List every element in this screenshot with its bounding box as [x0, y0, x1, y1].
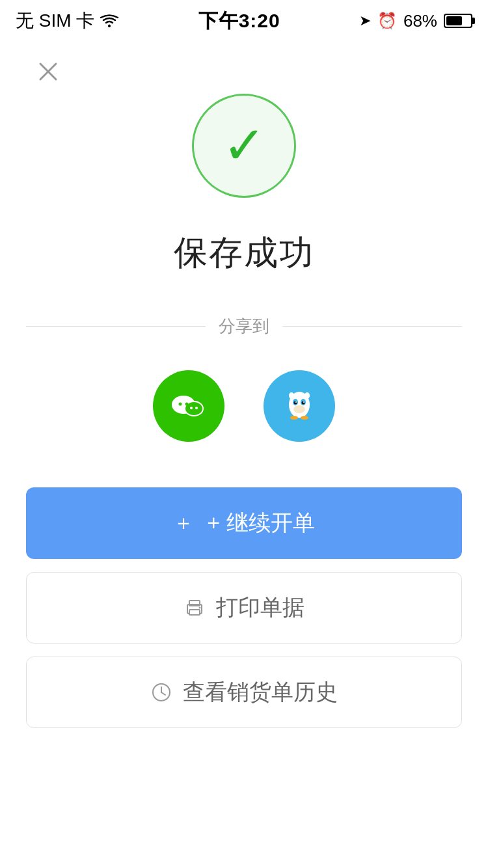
continue-button[interactable]: ＋ + 继续开单: [26, 487, 462, 559]
svg-point-15: [303, 401, 305, 403]
wechat-logo-icon: [169, 387, 208, 426]
plus-icon: ＋: [173, 509, 194, 537]
status-bar: 无 SIM 卡 下午3:20 ➤ ⏰ 68%: [0, 0, 488, 42]
share-wechat-button[interactable]: [153, 370, 224, 442]
svg-rect-24: [189, 610, 200, 615]
success-icon-circle: ✓: [192, 94, 296, 198]
check-icon: ✓: [223, 120, 266, 172]
divider-left: [26, 326, 206, 327]
share-label: 分享到: [219, 315, 269, 338]
svg-point-25: [199, 607, 201, 609]
svg-point-19: [293, 405, 305, 413]
battery-icon: [444, 14, 472, 28]
clock-icon: [150, 681, 172, 703]
share-section: 分享到: [0, 315, 488, 442]
wifi-icon: [100, 14, 119, 28]
status-carrier: 无 SIM 卡: [16, 8, 119, 33]
svg-point-7: [190, 407, 193, 409]
status-time: 下午3:20: [198, 8, 280, 34]
svg-point-14: [295, 401, 297, 403]
history-button[interactable]: 查看销货单历史: [26, 657, 462, 728]
action-buttons: ＋ + 继续开单 打印单据: [0, 487, 488, 728]
status-right: ➤ ⏰ 68%: [359, 11, 472, 31]
svg-point-6: [185, 403, 189, 406]
close-button[interactable]: [29, 52, 68, 91]
svg-point-12: [294, 401, 297, 405]
svg-point-0: [108, 25, 111, 27]
qq-logo-icon: [280, 387, 319, 426]
location-icon: ➤: [359, 12, 371, 29]
svg-line-28: [161, 692, 165, 695]
printer-icon: [183, 597, 206, 619]
battery-percent: 68%: [403, 11, 437, 31]
print-label: 打印单据: [216, 593, 305, 623]
svg-point-17: [289, 392, 294, 399]
svg-point-5: [179, 403, 182, 406]
history-label: 查看销货单历史: [183, 677, 338, 707]
svg-point-20: [290, 416, 298, 420]
svg-point-8: [195, 407, 198, 409]
share-divider: 分享到: [26, 315, 462, 338]
share-icons-row: [26, 370, 462, 442]
print-button[interactable]: 打印单据: [26, 572, 462, 644]
svg-point-18: [305, 392, 310, 399]
main-content: ✓ 保存成功 分享到: [0, 42, 488, 728]
success-title: 保存成功: [174, 230, 314, 276]
divider-right: [282, 326, 462, 327]
share-qq-button[interactable]: [264, 370, 335, 442]
svg-point-13: [302, 401, 305, 405]
continue-label: + 继续开单: [207, 508, 314, 538]
alarm-icon: ⏰: [377, 12, 397, 30]
svg-point-21: [301, 416, 308, 420]
